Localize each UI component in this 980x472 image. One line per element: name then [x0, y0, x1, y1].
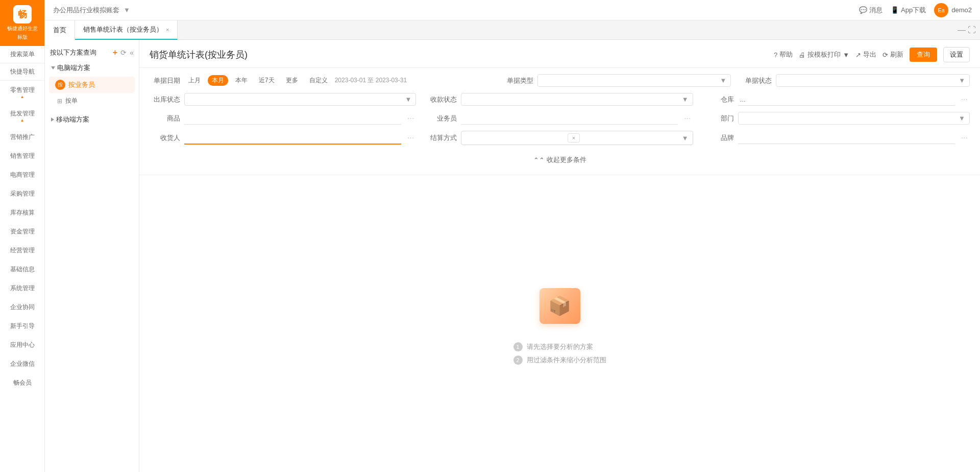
filter-row-4: 收货人 ··· 结算方式 × ▼ [150, 131, 970, 145]
brand-field: 品牌 ··· [703, 132, 970, 144]
dept-select[interactable]: ▼ [738, 112, 970, 125]
header-message-btn[interactable]: 💬 消息 [859, 6, 883, 15]
payment-method-select[interactable]: × ▼ [461, 131, 693, 145]
panel-add-btn[interactable]: + [113, 48, 117, 57]
logo-icon: 畅 [13, 5, 32, 23]
scheme-item-by-salesperson[interactable]: 按 按业务员 [49, 77, 135, 93]
scheme-item-by-salesperson-label: 按业务员 [68, 80, 95, 89]
page-title: 销货单统计表(按业务员) [150, 49, 248, 61]
sidebar-nav-item-11[interactable]: 企业协同 [8, 298, 37, 317]
goods-input[interactable] [184, 112, 401, 125]
empty-hints: 1 请先选择要分析的方案 2 用过滤条件来缩小分析范围 [513, 342, 606, 365]
header-doc-title: 办公用品行业模拟账套 [53, 6, 119, 15]
payment-dropdown-icon: ▼ [682, 134, 689, 142]
header-dropdown-icon[interactable]: ▼ [124, 6, 130, 14]
refresh-btn[interactable]: ⟳ 刷新 [883, 50, 903, 59]
by-order-icon: ⊞ [57, 98, 62, 105]
sidebar-nav-item-2[interactable]: 营销推广 [8, 128, 37, 147]
date-tag-this-year[interactable]: 本年 [231, 75, 252, 86]
sidebar-nav-label-11: 企业协同 [10, 303, 35, 312]
sidebar-nav-item-4[interactable]: 电商管理 [8, 166, 37, 184]
hint-num-2: 2 [513, 356, 523, 365]
doc-status-field: 单据状态 ▼ [741, 74, 970, 87]
consignee-input[interactable] [184, 132, 401, 145]
sidebar-search[interactable]: 搜索菜单 [0, 46, 44, 63]
payment-clear-btn[interactable]: × [572, 135, 575, 141]
date-field: 单据日期 上月 本月 本年 近7天 更多 自定义 2023-03-01 至 20… [150, 75, 493, 86]
sidebar-nav-item-5[interactable]: 采购管理 [8, 184, 37, 203]
sidebar-nav-item-10[interactable]: 系统管理 [8, 279, 37, 298]
mobile-scheme-group-title[interactable]: 移动端方案 [49, 112, 135, 127]
sidebar-nav-item-12[interactable]: 新手引导 [8, 317, 37, 336]
doc-status-select[interactable]: ▼ [776, 74, 970, 87]
date-tag-last-month[interactable]: 上月 [184, 75, 205, 86]
help-btn[interactable]: ? 帮助 [774, 50, 793, 59]
salesperson-dots[interactable]: ··· [682, 114, 693, 123]
sidebar-nav-item-0[interactable]: 零售管理 [8, 81, 37, 104]
tab-close-icon[interactable]: × [166, 27, 169, 33]
collapse-bar[interactable]: ⌃⌃ 收起更多条件 [150, 151, 970, 169]
consignee-dots[interactable]: ··· [405, 133, 416, 143]
goods-dots[interactable]: ··· [405, 114, 416, 123]
date-tag-custom[interactable]: 自定义 [305, 75, 332, 86]
tab-sales-stats[interactable]: 销售单统计表（按业务员） × [75, 20, 178, 40]
sidebar-nav-item-1[interactable]: 批发管理 [8, 104, 37, 128]
sidebar-nav-item-6[interactable]: 库存核算 [8, 203, 37, 222]
export-btn[interactable]: ↗ 导出 [855, 50, 876, 59]
doc-status-dropdown-icon: ▼ [959, 77, 965, 84]
date-range-text: 2023-03-01 至 2023-03-31 [335, 76, 407, 85]
salesperson-field: 业务员 ··· [426, 112, 693, 125]
sidebar-nav-label-13: 应用中心 [10, 341, 35, 349]
sidebar-nav-label-1: 批发管理 [10, 109, 35, 118]
sidebar-nav-item-13[interactable]: 应用中心 [8, 336, 37, 355]
sidebar-nav-list: 零售管理批发管理营销推广销售管理电商管理采购管理库存核算资金管理经营管理基础信息… [8, 81, 37, 392]
template-print-btn[interactable]: 🖨 按模板打印 ▼ [799, 50, 849, 59]
receipt-status-select[interactable]: ▼ [461, 93, 693, 106]
out-status-select[interactable]: ▼ [184, 93, 416, 106]
help-icon: ? [774, 51, 777, 59]
doc-type-field: 单据类型 ▼ [503, 74, 731, 87]
sidebar-nav-label-12: 新手引导 [10, 322, 35, 331]
header-right: 💬 消息 📱 App下载 Ea demo2 [859, 3, 972, 17]
doc-status-label: 单据状态 [741, 76, 772, 85]
brand-input[interactable] [738, 132, 955, 144]
sidebar-nav-item-9[interactable]: 基础信息 [8, 260, 37, 279]
doc-type-select[interactable]: ▼ [537, 74, 731, 87]
tab-home[interactable]: 首页 [45, 20, 75, 40]
print-icon: 🖨 [799, 51, 805, 59]
salesperson-input[interactable] [461, 112, 678, 125]
date-tag-more[interactable]: 更多 [282, 75, 302, 86]
date-tag-7days[interactable]: 近7天 [255, 75, 279, 86]
user-profile-btn[interactable]: Ea demo2 [934, 3, 972, 17]
sidebar-nav-label-14: 企业微信 [10, 360, 35, 368]
sidebar-nav-item-7[interactable]: 资金管理 [8, 222, 37, 241]
sidebar-nav-label-8: 经营管理 [10, 246, 35, 255]
settings-btn[interactable]: 设置 [943, 47, 970, 62]
sidebar-nav-item-3[interactable]: 销售管理 [8, 147, 37, 166]
empty-hint-2: 2 用过滤条件来缩小分析范围 [513, 356, 606, 365]
sidebar-logo: 畅 畅捷通好生意 标版 [0, 0, 44, 46]
brand-dots[interactable]: ··· [959, 133, 970, 143]
sidebar-quick-nav[interactable]: 快捷导航 [0, 63, 44, 81]
tab-maximize-btn[interactable]: ⛶ [968, 26, 976, 35]
panel-refresh-btn[interactable]: ⟳ [120, 49, 127, 57]
hint-num-1: 1 [513, 342, 523, 351]
panel-title: 按以下方案查询 [50, 48, 96, 57]
left-panel-header: 按以下方案查询 + ⟳ « [45, 45, 139, 60]
sidebar-nav-label-9: 基础信息 [10, 265, 35, 274]
pc-scheme-group-title[interactable]: 电脑端方案 [49, 60, 135, 76]
scheme-item-by-order[interactable]: ⊞ 按单 [49, 94, 135, 108]
query-btn[interactable]: 查询 [910, 48, 937, 62]
sidebar-nav-item-15[interactable]: 畅会员 [8, 373, 37, 392]
date-tag-this-month[interactable]: 本月 [208, 75, 228, 86]
collapse-up-icon: ⌃⌃ [533, 156, 545, 164]
dept-label: 部门 [703, 114, 734, 123]
warehouse-dots[interactable]: ··· [959, 95, 970, 104]
warehouse-input[interactable] [738, 93, 955, 106]
header-app-download-btn[interactable]: 📱 App下载 [891, 6, 926, 15]
sidebar-nav-item-8[interactable]: 经营管理 [8, 241, 37, 260]
panel-collapse-btn[interactable]: « [130, 49, 134, 57]
out-status-dropdown-icon: ▼ [405, 96, 411, 103]
sidebar-nav-item-14[interactable]: 企业微信 [8, 355, 37, 373]
tab-minimize-btn[interactable]: — [958, 26, 966, 35]
